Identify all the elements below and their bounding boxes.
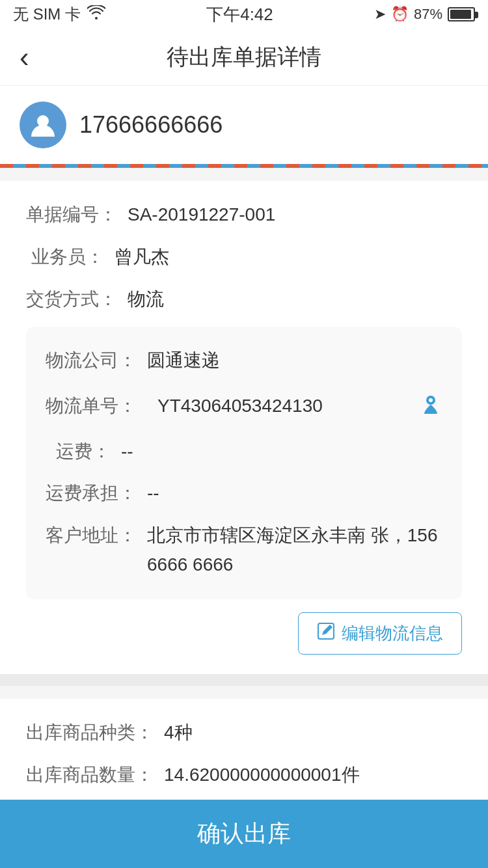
wifi-icon (87, 5, 105, 23)
alarm-icon: ⏰ (391, 6, 409, 23)
freight-bearer-row: 运费承担： -- (46, 479, 442, 508)
address-label: 客户地址： (46, 521, 137, 550)
freight-bearer-value: -- (147, 479, 442, 508)
logistics-company-label: 物流公司： (46, 346, 137, 375)
nav-bar: ‹ 待出库单据详情 (0, 29, 488, 86)
logistics-company-value: 圆通速递 (147, 346, 442, 375)
freight-row: 运费： -- (46, 437, 442, 467)
location-arrow-icon: ➤ (374, 6, 386, 23)
tracking-label: 物流单号： (46, 392, 137, 421)
edit-logistics-button[interactable]: 编辑物流信息 (298, 612, 462, 655)
delivery-method-value: 物流 (128, 285, 462, 314)
salesperson-value: 曾凡杰 (115, 243, 462, 272)
freight-bearer-label: 运费承担： (46, 479, 137, 508)
customer-header: 17666666666 (0, 86, 488, 164)
edit-logistics-area: 编辑物流信息 (26, 612, 462, 655)
goods-type-row: 出库商品种类： 4种 (26, 718, 462, 748)
address-row: 客户地址： 北京市市辖区海淀区永丰南 张，156 6666 6666 (46, 521, 442, 580)
confirm-button-label: 确认出库 (197, 818, 291, 850)
goods-type-value: 4种 (164, 718, 462, 748)
doc-number-row: 单据编号： SA-20191227-001 (26, 200, 462, 230)
goods-qty-value: 14.620000000000001件 (164, 761, 462, 790)
carrier-label: 无 SIM 卡 (13, 4, 81, 25)
salesperson-label: 业务员： (26, 243, 104, 272)
address-value: 北京市市辖区海淀区永丰南 张，156 6666 6666 (147, 521, 442, 580)
status-left: 无 SIM 卡 (13, 4, 105, 25)
freight-value: -- (121, 437, 442, 467)
salesperson-row: 业务员： 曾凡杰 (26, 243, 462, 272)
freight-label: 运费： (46, 437, 111, 467)
logistics-card: 物流公司： 圆通速递 物流单号： YT43064053424130 运费： --… (26, 327, 462, 599)
battery-label: 87% (414, 6, 442, 23)
goods-qty-row: 出库商品数量： 14.620000000000001件 (26, 761, 462, 790)
status-bar: 无 SIM 卡 下午4:42 ➤ ⏰ 87% (0, 0, 488, 29)
tracking-row: 物流单号： YT43064053424130 (46, 388, 442, 424)
doc-number-value: SA-20191227-001 (128, 200, 462, 230)
delivery-method-row: 交货方式： 物流 (26, 285, 462, 314)
page-title: 待出库单据详情 (167, 42, 321, 72)
delivery-method-label: 交货方式： (26, 285, 117, 314)
confirm-button-area[interactable]: 确认出库 (0, 800, 488, 868)
goods-qty-label: 出库商品数量： (26, 761, 154, 790)
logistics-company-row: 物流公司： 圆通速递 (46, 346, 442, 375)
status-right: ➤ ⏰ 87% (374, 6, 475, 23)
section-divider (0, 674, 488, 686)
battery-icon (448, 7, 475, 21)
goods-type-label: 出库商品种类： (26, 718, 154, 748)
location-pin-icon[interactable] (419, 388, 442, 424)
back-button[interactable]: ‹ (20, 41, 29, 74)
edit-logistics-label: 编辑物流信息 (342, 622, 443, 645)
tracking-value: YT43064053424130 (157, 392, 402, 421)
avatar (20, 102, 66, 148)
basic-info-section: 单据编号： SA-20191227-001 业务员： 曾凡杰 交货方式： 物流 … (0, 181, 488, 674)
dashed-divider (0, 164, 488, 168)
time-label: 下午4:42 (206, 3, 273, 26)
svg-point-2 (429, 398, 433, 402)
doc-number-label: 单据编号： (26, 200, 117, 230)
edit-icon (317, 622, 335, 645)
customer-phone: 17666666666 (79, 111, 223, 139)
